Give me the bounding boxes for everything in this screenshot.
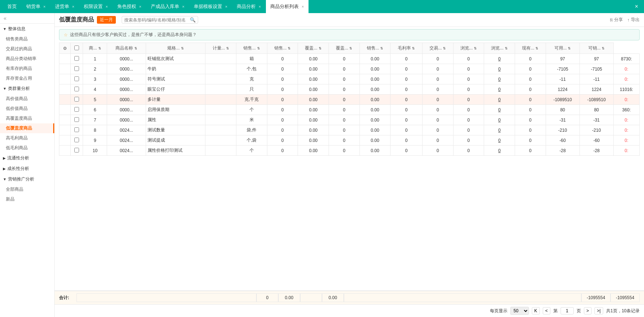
nav-item-analysis[interactable]: 商品分析 ×: [232, 0, 265, 13]
sidebar-section-overall[interactable]: ▼ 整体信息: [0, 24, 54, 34]
last-page-button[interactable]: >|: [594, 307, 603, 314]
page-size-select[interactable]: 20 50 100: [510, 307, 529, 315]
row-browse1[interactable]: 0: [484, 54, 515, 64]
sidebar-section-liquidity[interactable]: ▶ 流通性分析: [0, 153, 54, 163]
sidebar-item-low-profit[interactable]: 低毛利商品: [0, 143, 54, 153]
sidebar-item-low-value[interactable]: 低价值商品: [0, 104, 54, 114]
col-browse1[interactable]: 浏览... ⇅: [453, 43, 484, 54]
search-icon[interactable]: 🔍: [190, 17, 196, 23]
nav-item-sales[interactable]: 销货单 ×: [22, 0, 50, 13]
row-browse1[interactable]: 0: [484, 84, 515, 95]
row-browse2: 0: [515, 146, 546, 156]
row-cover2: 0.00: [360, 105, 390, 115]
sidebar-item-traded-goods[interactable]: 交易过的商品: [0, 44, 54, 54]
row-checkbox[interactable]: [71, 135, 83, 146]
col-saleable[interactable]: 可销... ⇅: [580, 43, 613, 54]
row-browse1[interactable]: 0: [484, 115, 515, 125]
close-analysis-icon[interactable]: ×: [259, 4, 261, 9]
col-cover2[interactable]: 覆盖... ⇅: [329, 43, 360, 54]
row-available: -31: [580, 115, 613, 125]
col-gross-margin[interactable]: 毛利率 ⇅: [390, 43, 423, 54]
sidebar-section-cluster[interactable]: ▼ 类群量分析: [0, 83, 54, 94]
first-page-button[interactable]: K: [532, 307, 540, 314]
col-checkbox[interactable]: [71, 43, 83, 54]
row-no: 2: [83, 64, 107, 74]
time-range-button[interactable]: 近一月: [97, 16, 116, 24]
sidebar-section-marketing[interactable]: ▼ 营销推广分析: [0, 174, 54, 185]
nav-item-analysis-list[interactable]: 商品分析列表 ×: [266, 0, 308, 13]
export-button[interactable]: ↑ 导出: [627, 17, 640, 23]
nav-item-purchase[interactable]: 进货单 ×: [51, 0, 79, 13]
sidebar-section-growth[interactable]: ▶ 成长性分析: [0, 163, 54, 174]
sidebar-item-category-rate[interactable]: 商品分类动销率: [0, 54, 54, 64]
col-unit[interactable]: 计量... ⇅: [205, 43, 236, 54]
row-checkbox[interactable]: [71, 146, 83, 156]
row-sales-qty: 0: [267, 74, 298, 84]
col-name[interactable]: 商品名称 ⇅: [107, 43, 146, 54]
sidebar-item-high-value[interactable]: 高价值商品: [0, 94, 54, 104]
sidebar-item-with-stock[interactable]: 有库存的商品: [0, 64, 54, 74]
row-checkbox[interactable]: [71, 125, 83, 135]
row-browse1[interactable]: 0: [484, 74, 515, 84]
nav-item-home[interactable]: 首页: [3, 0, 21, 13]
close-permission-icon[interactable]: ×: [106, 4, 108, 9]
close-sales-icon[interactable]: ×: [43, 4, 46, 9]
nav-item-template[interactable]: 单据模板设置 ×: [189, 0, 232, 13]
row-gross-margin: 0: [422, 115, 453, 125]
col-cover1[interactable]: 覆盖... ⇅: [298, 43, 329, 54]
col-code[interactable]: 商... ⇅: [83, 43, 107, 54]
col-settings[interactable]: ⚙: [59, 43, 71, 54]
col-sales-amt[interactable]: 销售... ⇅: [267, 43, 298, 54]
select-all-checkbox[interactable]: [74, 45, 79, 50]
col-transaction[interactable]: 交易... ⇅: [422, 43, 453, 54]
row-browse1[interactable]: 0: [484, 146, 515, 156]
col-current-stock[interactable]: 现有... ⇅: [515, 43, 546, 54]
page-number-input[interactable]: [561, 307, 574, 314]
page-word: 页: [577, 308, 581, 314]
sidebar-item-high-profit[interactable]: 高毛利商品: [0, 133, 54, 143]
col-available-stock[interactable]: 可用... ⇅: [546, 43, 580, 54]
share-button[interactable]: ⎘ 分享: [610, 17, 623, 23]
prev-page-button[interactable]: <: [543, 307, 550, 314]
col-spec[interactable]: 规格... ⇅: [146, 43, 205, 54]
col-sales-qty[interactable]: 销售... ⇅: [236, 43, 267, 54]
info-banner: ☆ 这些商品只有很少客户购买过，是推广不够，还是商品本身问题？: [59, 29, 640, 40]
col-browse2[interactable]: 浏览... ⇅: [484, 43, 515, 54]
close-template-icon[interactable]: ×: [225, 4, 227, 9]
row-checkbox[interactable]: [71, 84, 83, 95]
sidebar-item-all-goods[interactable]: 全部商品: [0, 185, 54, 194]
sidebar-item-capital[interactable]: 库存资金占用: [0, 74, 54, 83]
row-checkbox[interactable]: [71, 64, 83, 74]
close-role-icon[interactable]: ×: [139, 4, 141, 9]
row-browse1[interactable]: 0: [484, 125, 515, 135]
sidebar-item-high-coverage[interactable]: 高覆盖度商品: [0, 114, 54, 123]
row-checkbox[interactable]: [71, 115, 83, 125]
next-page-button[interactable]: >: [584, 307, 592, 314]
row-checkbox[interactable]: [71, 95, 83, 105]
row-browse1[interactable]: 0: [484, 135, 515, 146]
sidebar-item-low-coverage[interactable]: 低覆盖度商品: [0, 123, 54, 133]
row-cover1: 0: [329, 95, 360, 105]
sidebar-collapse-button[interactable]: «: [3, 15, 7, 22]
row-checkbox[interactable]: [71, 105, 83, 115]
row-browse1[interactable]: 0: [484, 95, 515, 105]
row-spec: [205, 135, 236, 146]
row-checkbox[interactable]: [71, 74, 83, 84]
close-product-icon[interactable]: ×: [182, 4, 184, 9]
nav-item-product[interactable]: 产成品入库单 ×: [146, 0, 189, 13]
close-purchase-icon[interactable]: ×: [72, 4, 74, 9]
search-input[interactable]: [124, 17, 190, 23]
close-all-button[interactable]: ×: [632, 3, 641, 10]
row-name: 旺铺批次测试: [146, 54, 205, 64]
row-checkbox[interactable]: [71, 54, 83, 64]
row-cover1: 0: [329, 105, 360, 115]
sidebar-item-new-goods[interactable]: 新品: [0, 194, 54, 204]
close-analysis-list-icon[interactable]: ×: [302, 4, 304, 9]
col-sales3[interactable]: 销售... ⇅: [360, 43, 390, 54]
sidebar-item-sales-goods[interactable]: 销售类商品: [0, 34, 54, 44]
row-browse1[interactable]: 0: [484, 105, 515, 115]
table-row: 6 0000... 启用保质期 个 0 0.00 0 0.00 0 0 0 0 …: [59, 105, 640, 115]
nav-item-role[interactable]: 角色授权 ×: [113, 0, 146, 13]
nav-item-permission[interactable]: 权限设置 ×: [79, 0, 112, 13]
row-browse1[interactable]: 0: [484, 64, 515, 74]
